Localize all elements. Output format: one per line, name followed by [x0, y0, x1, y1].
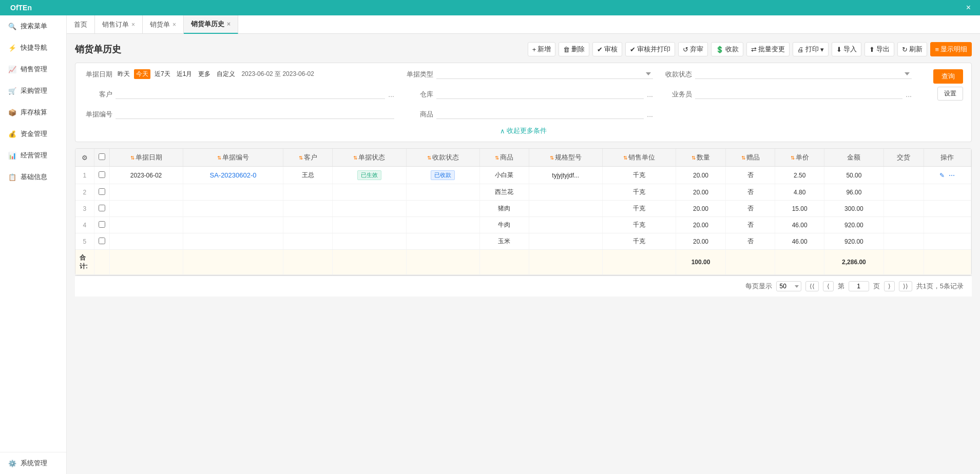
filter-doc-type-select[interactable]	[436, 69, 653, 79]
col-doc-no[interactable]: ⇅ 单据编号	[183, 149, 283, 167]
next-page-btn[interactable]: ⟩	[884, 281, 895, 291]
refresh-icon: ↻	[902, 46, 908, 53]
filter-customer-input[interactable]	[116, 89, 385, 99]
row-num: 4	[75, 217, 94, 233]
page-label: 页	[873, 282, 880, 291]
customer-picker-btn[interactable]: ...	[388, 90, 394, 98]
cell-doc-no: SA-20230602-0	[183, 167, 283, 184]
action-btn-编辑[interactable]: ✎	[939, 172, 945, 179]
date-btn-more[interactable]: 更多	[196, 69, 213, 79]
row-checkbox[interactable]	[99, 238, 105, 244]
per-page-label: 每页显示	[745, 282, 772, 291]
tab-sales-order[interactable]: 销售订单 ×	[95, 15, 143, 34]
cell-gift: 否	[726, 167, 775, 184]
col-payment-status[interactable]: ⇅ 收款状态	[406, 149, 479, 167]
cell-unit-price: 46.00	[775, 233, 824, 250]
table-row: 4牛肉千克20.00否46.00920.00	[75, 217, 971, 233]
filter-doc-no-input[interactable]	[116, 109, 394, 119]
date-btn-today[interactable]: 今天	[134, 69, 150, 79]
filter-goods-input[interactable]	[436, 109, 644, 119]
date-btn-custom[interactable]: 自定义	[215, 69, 237, 79]
cell-doc-status	[333, 233, 406, 250]
sidebar-item-shortcut-nav[interactable]: 快捷导航	[0, 37, 66, 58]
sidebar-item-finance-mgmt[interactable]: 资金管理	[0, 123, 66, 145]
audit-print-button[interactable]: ✔ 审核并打印	[625, 42, 675, 56]
tab-sales-history-close[interactable]: ×	[227, 21, 230, 28]
select-all-checkbox[interactable]	[99, 153, 105, 160]
sidebar-item-purchase-mgmt[interactable]: 采购管理	[0, 80, 66, 102]
export-button[interactable]: ⬆ 导出	[864, 42, 894, 56]
doc-no-link[interactable]: SA-20230602-0	[209, 171, 256, 179]
topbar-close[interactable]: ×	[962, 3, 975, 12]
print-button[interactable]: 🖨 打印 ▾	[793, 42, 829, 56]
warehouse-picker-btn[interactable]: ...	[647, 90, 653, 98]
col-settings[interactable]: ⚙	[75, 149, 94, 167]
audit-button[interactable]: ✔ 审核	[592, 42, 622, 56]
brand-logo: OfTEn	[5, 4, 32, 12]
cell-amount: 300.00	[824, 201, 883, 217]
filter-warehouse-input[interactable]	[436, 89, 644, 99]
cell-gift: 否	[726, 233, 775, 250]
import-button[interactable]: ⬇ 导入	[832, 42, 861, 56]
show-detail-button[interactable]: ≡ 显示明细	[930, 42, 972, 56]
data-table: ⚙ ⇅ 单据日期	[75, 149, 971, 275]
cell-unit-price: 46.00	[775, 217, 824, 233]
setup-button[interactable]: 设置	[937, 87, 963, 101]
new-button[interactable]: + 新增	[528, 42, 556, 56]
batch-change-button[interactable]: ⇄ 批量变更	[746, 42, 790, 56]
query-button[interactable]: 查询	[933, 69, 963, 84]
date-btn-yesterday[interactable]: 昨天	[116, 69, 132, 79]
salesperson-picker-btn[interactable]: ...	[906, 90, 912, 98]
filter-salesperson-input[interactable]	[695, 89, 902, 99]
prev-page-btn[interactable]: ⟨	[823, 281, 834, 291]
goods-picker-btn[interactable]: ...	[647, 110, 653, 118]
summary-empty-cell	[479, 250, 529, 275]
date-btn-1month[interactable]: 近1月	[175, 69, 195, 79]
col-unit-price[interactable]: ⇅ 单价	[775, 149, 824, 167]
filter-payment-status-select[interactable]	[695, 69, 912, 79]
table-row: 2西兰花千克20.00否4.8096.00	[75, 184, 971, 201]
col-gift[interactable]: ⇅ 赠品	[726, 149, 775, 167]
row-checkbox[interactable]	[99, 205, 105, 211]
tab-home[interactable]: 首页	[67, 15, 95, 34]
row-checkbox[interactable]	[99, 188, 105, 195]
refresh-button[interactable]: ↻ 刷新	[897, 42, 927, 56]
last-page-btn[interactable]: ⟩⟩	[899, 281, 912, 291]
sidebar-item-search-menu[interactable]: 搜索菜单	[0, 15, 66, 37]
col-unit[interactable]: ⇅ 销售单位	[602, 149, 676, 167]
row-checkbox[interactable]	[99, 221, 105, 228]
page-input[interactable]	[849, 281, 869, 291]
col-spec[interactable]: ⇅ 规格型号	[529, 149, 602, 167]
col-doc-date[interactable]: ⇅ 单据日期	[109, 149, 183, 167]
col-goods[interactable]: ⇅ 商品	[479, 149, 529, 167]
action-btn-更多[interactable]: ⋯	[949, 172, 955, 179]
sidebar-item-sales-mgmt[interactable]: 销售管理	[0, 58, 66, 80]
first-page-btn[interactable]: ⟨⟨	[805, 281, 819, 291]
tab-sales-goods[interactable]: 销货单 ×	[143, 15, 184, 34]
collect-button[interactable]: 💲 收款	[711, 42, 743, 56]
filter-row-3: 单据编号 商品 ...	[84, 109, 912, 119]
pagination: 每页显示 50 20 100 ⟨⟨ ⟨ 第 页 ⟩ ⟩⟩ 共1页，5条记录	[75, 275, 972, 297]
collapse-button[interactable]: ∧ 收起更多条件	[500, 126, 547, 135]
delete-button[interactable]: 🗑 删除	[559, 42, 589, 56]
shortcut-icon	[8, 44, 16, 52]
tab-sales-order-close[interactable]: ×	[131, 21, 135, 28]
date-btn-7days[interactable]: 近7天	[152, 69, 172, 79]
tab-sales-goods-close[interactable]: ×	[172, 21, 176, 28]
sidebar-item-system-mgmt[interactable]: 系统管理	[0, 452, 66, 474]
sidebar-item-operation-mgmt[interactable]: 经营管理	[0, 145, 66, 166]
print-icon: 🖨	[797, 46, 804, 53]
abandon-button[interactable]: ↺ 弃审	[678, 42, 708, 56]
cell-doc-date	[109, 233, 183, 250]
per-page-select[interactable]: 50 20 100	[776, 281, 801, 291]
tab-sales-history[interactable]: 销货单历史 ×	[184, 15, 238, 34]
sidebar-item-inventory-calc[interactable]: 库存核算	[0, 102, 66, 123]
sidebar-label-operation-mgmt: 经营管理	[21, 151, 47, 160]
col-doc-status[interactable]: ⇅ 单据状态	[333, 149, 406, 167]
row-checkbox[interactable]	[99, 171, 105, 178]
col-customer[interactable]: ⇅ 客户	[283, 149, 333, 167]
col-quantity[interactable]: ⇅ 数量	[676, 149, 725, 167]
cell-unit: 千克	[602, 217, 676, 233]
cell-payment-status	[406, 217, 479, 233]
sidebar-item-base-info[interactable]: 基础信息	[0, 166, 66, 188]
